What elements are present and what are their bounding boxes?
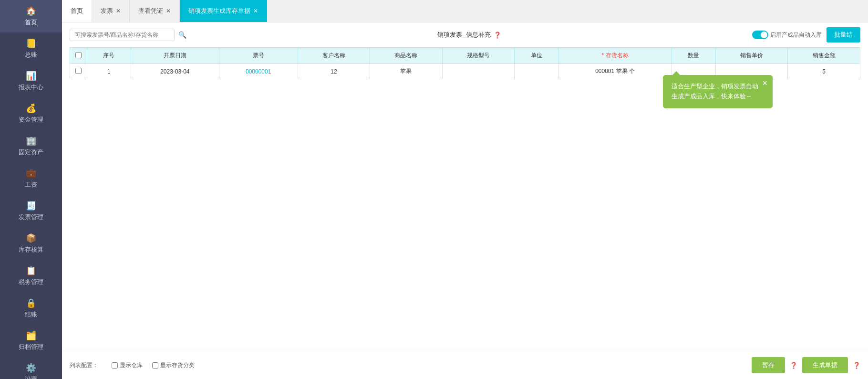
- row-unit: [515, 64, 558, 79]
- tooltip-popup: ✕ 适合生产型企业，销项发票自动生成产成品入库，快来体验～: [663, 75, 773, 108]
- tab-home[interactable]: 首页: [62, 0, 92, 22]
- sidebar-item-invoice[interactable]: 🧾 发票管理: [0, 195, 62, 227]
- row-amount: 5: [788, 64, 860, 79]
- tab-invoice[interactable]: 发票 ✕: [92, 0, 130, 22]
- header-qty: 数量: [672, 48, 715, 64]
- home-icon: 🏠: [26, 6, 36, 16]
- tab-voucher[interactable]: 查看凭证 ✕: [130, 0, 180, 22]
- row-date: 2023-03-04: [131, 64, 219, 79]
- sidebar-item-tax[interactable]: 📋 税务管理: [0, 260, 62, 292]
- tab-bar: 首页 发票 ✕ 查看凭证 ✕ 销项发票生成库存单据 ✕: [62, 0, 868, 22]
- bottom-bar: 列表配置： 显示仓库 显示存货分类 暂存 ❓ 生成单据 ❓: [62, 351, 868, 379]
- header-amount: 销售金额: [788, 48, 860, 64]
- show-warehouse-checkbox[interactable]: [112, 362, 118, 368]
- header-unit: 单位: [515, 48, 558, 64]
- row-ticket-no[interactable]: 00000001: [219, 64, 298, 79]
- row-stock-name: 000001 苹果 个: [558, 64, 672, 79]
- header-ticket-no: 票号: [219, 48, 298, 64]
- tooltip-close-icon[interactable]: ✕: [762, 78, 768, 88]
- tax-icon: 📋: [26, 265, 36, 276]
- row-checkbox[interactable]: [75, 68, 82, 74]
- tab-cancel-invoice-close-icon[interactable]: ✕: [253, 8, 258, 14]
- sidebar-item-ledger[interactable]: 📒 总账: [0, 32, 62, 65]
- sidebar-item-report[interactable]: 📊 报表中心: [0, 65, 62, 97]
- show-warehouse-checkbox-label[interactable]: 显示仓库: [112, 361, 143, 369]
- header-stock-name: * 存货名称: [558, 48, 672, 64]
- auto-stock-toggle[interactable]: [752, 31, 768, 39]
- bottom-actions: 暂存 ❓ 生成单据 ❓: [752, 357, 860, 373]
- header-customer: 客户名称: [298, 48, 370, 64]
- toolbar: 🔍 销项发票_信息补充 ❓ 启用产成品自动入库 批量结: [62, 22, 868, 47]
- invoice-icon: 🧾: [26, 200, 36, 211]
- assets-icon: 🏢: [26, 136, 36, 146]
- toolbar-left: 🔍: [70, 29, 186, 41]
- row-checkbox-cell: [70, 64, 87, 79]
- funds-icon: 💰: [26, 103, 36, 114]
- sidebar-item-home[interactable]: 🏠 首页: [0, 0, 62, 32]
- ledger-icon: 📒: [26, 38, 36, 49]
- close-acct-icon: 🔒: [26, 298, 36, 308]
- row-goods: 苹果: [370, 64, 443, 79]
- sidebar-item-settings[interactable]: ⚙️ 设置: [0, 357, 62, 379]
- header-goods: 商品名称: [370, 48, 443, 64]
- data-table: 序号 开票日期 票号 客户名称 商品名称 规格型号 单位 * 存货名称 数量 销…: [70, 47, 860, 79]
- page-content: 🔍 销项发票_信息补充 ❓ 启用产成品自动入库 批量结: [62, 22, 868, 379]
- tab-voucher-close-icon[interactable]: ✕: [166, 8, 171, 14]
- sidebar-item-assets[interactable]: 🏢 固定资产: [0, 130, 62, 162]
- search-input[interactable]: [70, 29, 175, 41]
- show-category-checkbox-label[interactable]: 显示存货分类: [152, 361, 195, 369]
- row-seq: 1: [87, 64, 131, 79]
- toolbar-right: 启用产成品自动入库 批量结: [752, 27, 860, 42]
- select-all-checkbox[interactable]: [75, 52, 82, 58]
- settings-icon: ⚙️: [26, 363, 36, 373]
- sidebar-item-stock[interactable]: 📦 库存核算: [0, 227, 62, 260]
- row-spec: [442, 64, 515, 79]
- header-date: 开票日期: [131, 48, 219, 64]
- batch-button[interactable]: 批量结: [827, 27, 860, 42]
- tab-invoice-close-icon[interactable]: ✕: [116, 8, 121, 14]
- table-header-row: 序号 开票日期 票号 客户名称 商品名称 规格型号 单位 * 存货名称 数量 销…: [70, 48, 860, 64]
- header-spec: 规格型号: [442, 48, 515, 64]
- report-icon: 📊: [26, 71, 36, 81]
- save-help-icon[interactable]: ❓: [790, 362, 797, 369]
- generate-button[interactable]: 生成单据: [802, 357, 848, 373]
- header-seq: 序号: [87, 48, 131, 64]
- info-label-area: 销项发票_信息补充 ❓: [437, 31, 501, 39]
- info-help-icon[interactable]: ❓: [494, 32, 501, 39]
- save-button[interactable]: 暂存: [752, 357, 785, 373]
- search-icon[interactable]: 🔍: [178, 31, 186, 39]
- sidebar-item-salary[interactable]: 💼 工资: [0, 162, 62, 195]
- header-unit-price: 销售单价: [715, 48, 788, 64]
- main-content: 首页 发票 ✕ 查看凭证 ✕ 销项发票生成库存单据 ✕ 🔍 销项发票_信息补充 …: [62, 0, 868, 379]
- archive-icon: 🗂️: [26, 330, 36, 341]
- tab-cancel-invoice[interactable]: 销项发票生成库存单据 ✕: [180, 0, 267, 22]
- stock-icon: 📦: [26, 233, 36, 243]
- sidebar: 🏠 首页 📒 总账 📊 报表中心 💰 资金管理 🏢 固定资产 💼 工资 🧾 发票…: [0, 0, 62, 379]
- auto-stock-toggle-area: 启用产成品自动入库: [752, 31, 822, 39]
- header-checkbox-col: [70, 48, 87, 64]
- sidebar-item-funds[interactable]: 💰 资金管理: [0, 97, 62, 130]
- sidebar-item-close[interactable]: 🔒 结账: [0, 292, 62, 325]
- salary-icon: 💼: [26, 168, 36, 179]
- show-category-checkbox[interactable]: [152, 362, 158, 368]
- row-customer: 12: [298, 64, 370, 79]
- generate-help-icon[interactable]: ❓: [853, 362, 860, 369]
- sidebar-item-archive[interactable]: 🗂️ 归档管理: [0, 325, 62, 357]
